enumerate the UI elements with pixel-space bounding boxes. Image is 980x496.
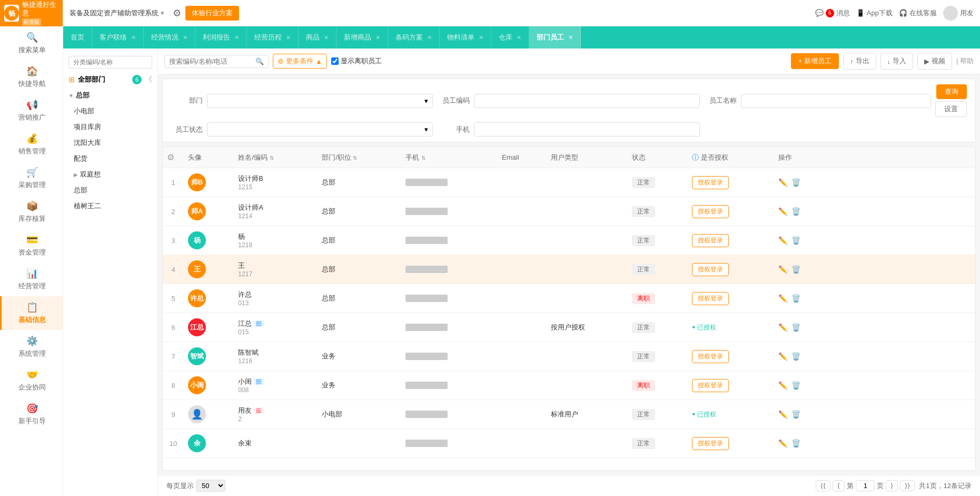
show-resigned-checkbox[interactable]: 显示离职员工 (331, 56, 382, 66)
tab-customer[interactable]: 客户联络 ✕ (92, 26, 144, 48)
close-icon[interactable]: ✕ (517, 34, 521, 41)
emp-name-input[interactable] (741, 94, 931, 108)
close-icon[interactable]: ✕ (375, 34, 380, 41)
sidebar-item-nav[interactable]: 🏠 快捷导航 (0, 60, 63, 94)
tab-home[interactable]: 首页 (63, 26, 92, 48)
collapse-icon[interactable]: 《 (145, 75, 152, 84)
sidebar-item-basic[interactable]: 📋 基础信息 (0, 296, 63, 330)
dept-item-shuangtingxiang[interactable]: ▶ 双庭想 (63, 167, 157, 182)
close-icon[interactable]: ✕ (324, 34, 329, 41)
close-icon[interactable]: ✕ (183, 34, 187, 41)
delete-icon[interactable]: 🗑️ (791, 410, 800, 419)
close-icon[interactable]: ✕ (479, 34, 483, 41)
edit-icon[interactable]: ✏️ (778, 265, 787, 274)
resigned-checkbox-input[interactable] (331, 57, 339, 65)
tab-add-product[interactable]: 新增商品 ✕ (336, 26, 388, 48)
sidebar-item-operation[interactable]: 📊 经营管理 (0, 262, 63, 296)
col-phone[interactable]: 手机 ⇅ (401, 147, 498, 168)
sidebar-item-marketing[interactable]: 📢 营销推广 (0, 94, 63, 128)
delete-icon[interactable]: 🗑️ (791, 207, 800, 216)
sidebar-item-finance[interactable]: 💳 资金管理 (0, 229, 63, 262)
close-icon[interactable]: ✕ (568, 34, 573, 41)
phone-input[interactable] (474, 122, 700, 137)
delete-icon[interactable]: 🗑️ (791, 294, 800, 303)
auth-button[interactable]: 授权登录 (692, 234, 729, 247)
edit-icon[interactable]: ✏️ (778, 323, 787, 332)
sidebar-item-collab[interactable]: 🤝 企业协同 (0, 364, 63, 397)
close-icon[interactable]: ✕ (427, 34, 432, 41)
sidebar-item-inventory[interactable]: 📦 库存核算 (0, 195, 63, 229)
edit-icon[interactable]: ✏️ (778, 381, 787, 390)
last-page-btn[interactable]: ⟩⟩ (900, 480, 915, 491)
sidebar-item-guide[interactable]: 🎯 新手引导 (0, 397, 63, 431)
delete-icon[interactable]: 🗑️ (791, 236, 800, 245)
info-icon[interactable]: ⓘ (692, 153, 699, 161)
delete-icon[interactable]: 🗑️ (791, 178, 800, 187)
dept-item-headquarters[interactable]: ▼ 总部 (63, 87, 157, 103)
edit-icon[interactable]: ✏️ (778, 352, 787, 361)
dept-filter-select[interactable]: ▾ (207, 94, 433, 108)
sidebar-item-search[interactable]: 🔍 搜索菜单 (0, 26, 63, 60)
auth-button[interactable]: 授权登录 (692, 379, 729, 392)
export-button[interactable]: ↑ 导出 (843, 53, 876, 70)
dept-item-zongbu[interactable]: 总部 (63, 182, 157, 198)
edit-icon[interactable]: ✏️ (778, 207, 787, 216)
more-filters-btn[interactable]: ⚙ 更多条件 ▲ (273, 54, 327, 69)
tab-operation-status[interactable]: 经营情况 ✕ (144, 26, 195, 48)
dept-item-shenyang[interactable]: 沈阳大库 (63, 135, 157, 151)
tab-employees[interactable]: 部门员工 ✕ (529, 26, 581, 48)
delete-icon[interactable]: 🗑️ (791, 352, 800, 361)
dept-item-zhishu[interactable]: 植树王二 (63, 198, 157, 214)
first-page-btn[interactable]: ⟨⟨ (816, 480, 830, 491)
edit-icon[interactable]: ✏️ (778, 410, 787, 419)
search-input[interactable] (169, 57, 253, 65)
close-icon[interactable]: ✕ (286, 34, 291, 41)
system-dropdown[interactable]: ▾ (161, 9, 164, 17)
prev-page-btn[interactable]: ⟨ (833, 480, 845, 491)
tab-material[interactable]: 物料清单 ✕ (440, 26, 491, 48)
delete-icon[interactable]: 🗑️ (791, 265, 800, 274)
add-employee-button[interactable]: + 新增员工 (791, 53, 839, 69)
table-settings-icon[interactable]: ⚙ (167, 153, 174, 162)
page-input[interactable] (856, 480, 875, 491)
message-btn[interactable]: 💬 6 消息 (815, 8, 850, 18)
view-button[interactable]: ▶ 视频 (917, 53, 952, 70)
query-button[interactable]: 查询 (936, 84, 967, 99)
dept-search-input[interactable] (68, 56, 152, 69)
auth-button[interactable]: 授权登录 (692, 205, 729, 218)
auth-button[interactable]: 授权登录 (692, 350, 729, 363)
sidebar-item-purchase[interactable]: 🛒 采购管理 (0, 161, 63, 195)
tab-barcode[interactable]: 条码方案 ✕ (388, 26, 440, 48)
app-download-btn[interactable]: 📱 App下载 (856, 8, 893, 18)
edit-icon[interactable]: ✏️ (778, 294, 787, 303)
dept-item-project[interactable]: 项目库房 (63, 119, 157, 135)
reset-button[interactable]: 设置 (935, 101, 967, 117)
tab-profit[interactable]: 利润报告 ✕ (195, 26, 247, 48)
tab-product[interactable]: 商品 ✕ (299, 26, 336, 48)
edit-icon[interactable]: ✏️ (778, 236, 787, 245)
search-icon[interactable]: 🔍 (255, 57, 264, 65)
per-page-select[interactable]: 50 20 100 (196, 480, 225, 492)
tab-operation-history[interactable]: 经营历程 ✕ (247, 26, 299, 48)
sidebar-item-system[interactable]: ⚙️ 系统管理 (0, 330, 63, 364)
delete-icon[interactable]: 🗑️ (791, 439, 800, 448)
help-btn[interactable]: | 帮助 (956, 56, 974, 66)
status-filter-select[interactable]: ▾ (207, 122, 433, 137)
next-page-btn[interactable]: ⟩ (886, 480, 898, 491)
auth-button[interactable]: 授权登录 (692, 176, 729, 189)
dept-item-peihe[interactable]: 配货 (63, 151, 157, 167)
dept-item-xiaodian[interactable]: 小电部 (63, 103, 157, 119)
gear-settings-icon[interactable]: ⚙ (173, 7, 181, 19)
delete-icon[interactable]: 🗑️ (791, 323, 800, 332)
close-icon[interactable]: ✕ (131, 34, 136, 41)
tab-warehouse[interactable]: 仓库 ✕ (491, 26, 529, 48)
experience-button[interactable]: 体验行业方案 (185, 6, 239, 21)
edit-icon[interactable]: ✏️ (778, 439, 787, 448)
auth-button[interactable]: 授权登录 (692, 292, 729, 305)
import-button[interactable]: ↓ 导入 (880, 53, 914, 70)
emp-code-input[interactable] (474, 94, 700, 108)
col-dept[interactable]: 部门/职位 ⇅ (318, 147, 401, 168)
auth-button[interactable]: 授权登录 (692, 437, 729, 450)
user-btn[interactable]: 用友 (943, 6, 974, 21)
delete-icon[interactable]: 🗑️ (791, 381, 800, 390)
